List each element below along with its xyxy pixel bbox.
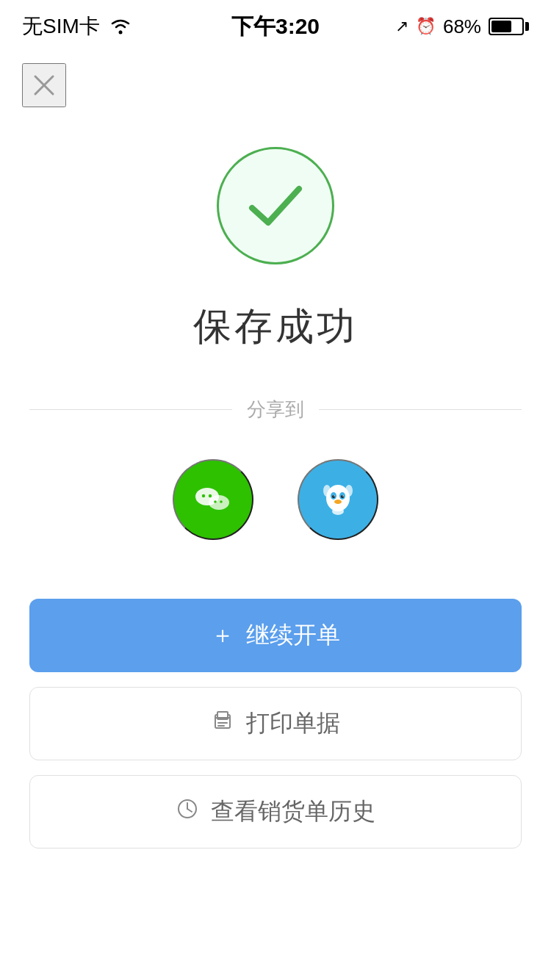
plus-icon: ＋ <box>211 619 234 652</box>
svg-point-18 <box>323 485 331 497</box>
svg-point-0 <box>118 31 122 35</box>
share-label: 分享到 <box>247 397 304 422</box>
close-icon <box>31 72 57 98</box>
svg-point-17 <box>334 500 342 504</box>
history-button[interactable]: 查看销货单历史 <box>29 775 522 849</box>
share-icons-row <box>173 459 378 540</box>
wifi-icon <box>107 17 134 36</box>
checkmark-icon <box>246 180 305 231</box>
divider-line-left <box>29 409 232 410</box>
divider-line-right <box>319 409 522 410</box>
main-content: 保存成功 分享到 <box>0 118 551 893</box>
nav-bar <box>0 53 551 118</box>
svg-rect-22 <box>217 725 225 727</box>
action-buttons: ＋ 继续开单 打印单据 <box>29 599 522 849</box>
clock-icon <box>176 797 199 826</box>
success-title: 保存成功 <box>193 301 358 353</box>
svg-line-26 <box>187 809 192 812</box>
svg-rect-21 <box>217 722 228 724</box>
status-carrier: 无SIM卡 <box>22 12 134 40</box>
status-time: 下午3:20 <box>231 12 320 42</box>
svg-point-19 <box>345 485 353 497</box>
svg-point-16 <box>342 495 344 497</box>
print-button[interactable]: 打印单据 <box>29 687 522 760</box>
print-label: 打印单据 <box>246 707 340 740</box>
continue-label: 继续开单 <box>246 619 340 652</box>
success-icon-circle <box>217 147 334 264</box>
printer-icon <box>211 709 234 738</box>
svg-point-6 <box>209 494 212 497</box>
status-bar: 无SIM卡 下午3:20 ↗ ⏰ 68% <box>0 0 551 53</box>
alarm-icon: ⏰ <box>416 17 436 36</box>
battery-icon <box>489 18 529 35</box>
carrier-text: 无SIM卡 <box>22 12 100 40</box>
battery-percentage: 68% <box>443 15 481 38</box>
svg-point-4 <box>209 495 229 510</box>
share-wechat-button[interactable] <box>173 459 253 540</box>
continue-button[interactable]: ＋ 继续开单 <box>29 599 522 672</box>
svg-point-5 <box>202 494 205 497</box>
location-icon: ↗ <box>395 17 408 36</box>
status-right: ↗ ⏰ 68% <box>395 15 529 38</box>
close-button[interactable] <box>22 63 66 107</box>
share-divider: 分享到 <box>29 397 522 422</box>
share-qq-button[interactable] <box>298 459 378 540</box>
svg-point-10 <box>332 508 344 515</box>
svg-point-15 <box>334 495 335 497</box>
svg-point-7 <box>214 500 217 503</box>
svg-point-8 <box>220 500 223 503</box>
qq-icon <box>316 478 360 522</box>
wechat-icon <box>191 478 235 522</box>
history-label: 查看销货单历史 <box>211 796 375 828</box>
